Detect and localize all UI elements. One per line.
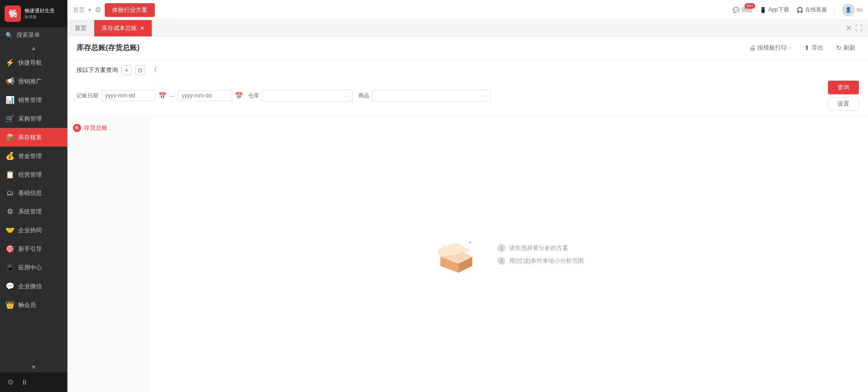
date-separator: —: [169, 92, 175, 99]
tab-inventory-cost-label: 库存成本总账: [102, 24, 137, 32]
scroll-up-btn[interactable]: ▲: [0, 43, 67, 53]
breadcrumb-home[interactable]: 首页: [73, 6, 85, 14]
sidebar-item-purchase[interactable]: 🛒 采购管理: [0, 109, 67, 128]
close-panel-icon[interactable]: ✕: [846, 24, 852, 32]
app-download-label: App下载: [768, 6, 789, 14]
sidebar-item-marketing[interactable]: 📢 营销推广: [0, 72, 67, 91]
enterprise-icon: 🤝: [5, 226, 15, 234]
breadcrumb-dropdown-icon[interactable]: ▾: [88, 7, 91, 13]
sidebar-item-label: 畅会员: [18, 301, 36, 309]
sidebar-item-label: 销售管理: [18, 96, 42, 104]
filter-collapse-btn[interactable]: 《: [149, 65, 159, 75]
query-btn[interactable]: 查询: [828, 81, 859, 94]
breadcrumb: 首页: [73, 6, 85, 14]
avatar-placeholder: 👤: [845, 7, 852, 13]
industry-btn[interactable]: 体验行业方案: [105, 3, 155, 17]
tip-number-1: 1: [497, 244, 505, 252]
topbar-nav: 首页 ▾ ⚙ 体验行业方案: [73, 3, 729, 17]
messages-btn[interactable]: 💬 消息 99+: [733, 6, 752, 14]
sidebar-item-wechat[interactable]: 💬 企业微信: [0, 277, 67, 295]
date-start-icon[interactable]: 📅: [158, 92, 166, 99]
print-template-label: 按模板打印: [757, 44, 787, 52]
sidebar-item-label: 采购管理: [18, 115, 42, 123]
sidebar-item-label: 资金管理: [18, 152, 42, 160]
sales-icon: 📊: [5, 96, 15, 104]
topbar-settings-icon[interactable]: ⚙: [95, 5, 101, 14]
filter-add-btn[interactable]: +: [122, 65, 132, 75]
sidebar-item-sales[interactable]: 📊 销售管理: [0, 91, 67, 109]
sidebar-item-app-center[interactable]: 📱 应用中心: [0, 258, 67, 277]
settings-footer-btn[interactable]: ⚙: [5, 376, 15, 388]
filter-header: 按以下方案查询 + ⊙ 《: [77, 65, 859, 75]
date-end-icon[interactable]: 📅: [235, 92, 243, 99]
tabbar: 首页 库存成本总账 ✕ ✕ ⛶: [67, 20, 868, 36]
print-icon: 🖨: [749, 44, 756, 51]
sidebar-item-guide[interactable]: 🎯 新手引导: [0, 239, 67, 258]
settings-btn[interactable]: 设置: [828, 97, 859, 111]
sidebar-item-vip[interactable]: 👑 畅会员: [0, 295, 67, 314]
topbar-right: 💬 消息 99+ 📱 App下载 🎧 在线客服 👤 Rit: [733, 4, 863, 16]
export-btn[interactable]: ⬆ 导出: [801, 42, 827, 54]
tab-inventory-cost[interactable]: 库存成本总账 ✕: [94, 20, 152, 36]
svg-text:✦: ✦: [468, 239, 472, 246]
collapse-footer-btn[interactable]: ⏸: [19, 377, 30, 388]
filter-row: 记账日期 📅 — 📅 仓库 ··· 商品: [77, 81, 859, 111]
page-title: 库存总账(存货总账): [77, 43, 140, 53]
sidebar-item-label: 库存核算: [18, 133, 42, 142]
sidebar-item-enterprise[interactable]: 🤝 企业协同: [0, 221, 67, 239]
tab-home[interactable]: 首页: [67, 20, 94, 36]
sidebar: 畅 畅捷通好生意 标准版 🔍 搜索菜单 ▲ ⚡ 快捷导航 📢 营销推广 📊 销售…: [0, 0, 67, 392]
tab-close-icon[interactable]: ✕: [140, 25, 144, 31]
product-filter-group: 商品 ···: [358, 90, 490, 102]
date-start-input[interactable]: [101, 90, 156, 101]
expand-panel-icon[interactable]: ⛶: [855, 24, 863, 32]
sidebar-item-finance[interactable]: 💰 资金管理: [0, 147, 67, 165]
sidebar-item-operation[interactable]: 📋 经营管理: [0, 165, 67, 184]
search-menu-item[interactable]: 🔍 搜索菜单: [0, 27, 67, 43]
guide-icon: 🎯: [5, 244, 15, 253]
system-icon: ⚙: [5, 207, 15, 216]
inventory-icon: 📦: [5, 133, 15, 142]
scroll-down-btn[interactable]: ▼: [0, 362, 67, 372]
tab-right-controls: ✕ ⛶: [840, 24, 868, 32]
wechat-icon: 💬: [5, 282, 15, 290]
sidebar-item-label: 基础信息: [18, 189, 42, 197]
sidebar-item-label: 系统管理: [18, 208, 42, 216]
product-select[interactable]: ···: [372, 90, 490, 102]
scheme-item-inventory[interactable]: 账 存货总账: [67, 120, 149, 136]
sidebar-item-label: 营销推广: [18, 77, 42, 86]
sidebar-item-basic[interactable]: 🗂 基础信息: [0, 184, 67, 202]
refresh-btn[interactable]: ↻ 刷新: [832, 42, 859, 54]
basic-icon: 🗂: [5, 189, 15, 197]
box-svg: ✦ ✦: [434, 232, 479, 277]
page-content: 库存总账(存货总账) 🖨 按模板打印 ▾ ⬆ 导出 ↻ 刷新: [67, 36, 868, 392]
tip-item-2: 2 用[过滤]条件来缩小分析范围: [497, 257, 583, 265]
app-version: 标准版: [25, 14, 55, 20]
online-service-btn[interactable]: 🎧 在线客服: [797, 6, 827, 14]
refresh-label: 刷新: [843, 44, 855, 52]
user-area[interactable]: 👤 Rit: [842, 4, 863, 16]
filter-title: 按以下方案查询: [77, 66, 118, 74]
svg-text:✦: ✦: [443, 244, 446, 249]
avatar: 👤: [842, 4, 855, 16]
app-download-btn[interactable]: 📱 App下载: [760, 6, 789, 14]
date-filter-group: 记账日期 📅 — 📅: [77, 90, 243, 101]
topbar-divider: [834, 5, 835, 15]
vip-icon: 👑: [5, 300, 15, 309]
scheme-item-label: 存货总账: [84, 124, 107, 132]
main-area: 首页 ▾ ⚙ 体验行业方案 💬 消息 99+ 📱 App下载 🎧 在线客服: [67, 0, 868, 392]
sidebar-item-system[interactable]: ⚙ 系统管理: [0, 202, 67, 221]
data-area: ✦ ✦ 1 请先选择要分析的方案 2 用[过滤]条件来缩小分析范围: [149, 117, 868, 392]
date-end-input[interactable]: [178, 90, 232, 101]
tip-number-2: 2: [497, 257, 505, 265]
filter-settings-btn[interactable]: ⊙: [135, 65, 145, 75]
logo-icon: 畅: [5, 5, 21, 22]
warehouse-select[interactable]: ···: [262, 90, 353, 102]
tip-text-1: 请先选择要分析的方案: [509, 244, 568, 252]
operation-icon: 📋: [5, 170, 15, 179]
marketing-icon: 📢: [5, 77, 15, 86]
sidebar-item-quick-nav[interactable]: ⚡ 快捷导航: [0, 53, 67, 72]
print-template-btn[interactable]: 🖨 按模板打印 ▾: [745, 42, 795, 54]
tab-home-label: 首页: [75, 24, 87, 32]
sidebar-item-inventory[interactable]: 📦 库存核算: [0, 128, 67, 147]
